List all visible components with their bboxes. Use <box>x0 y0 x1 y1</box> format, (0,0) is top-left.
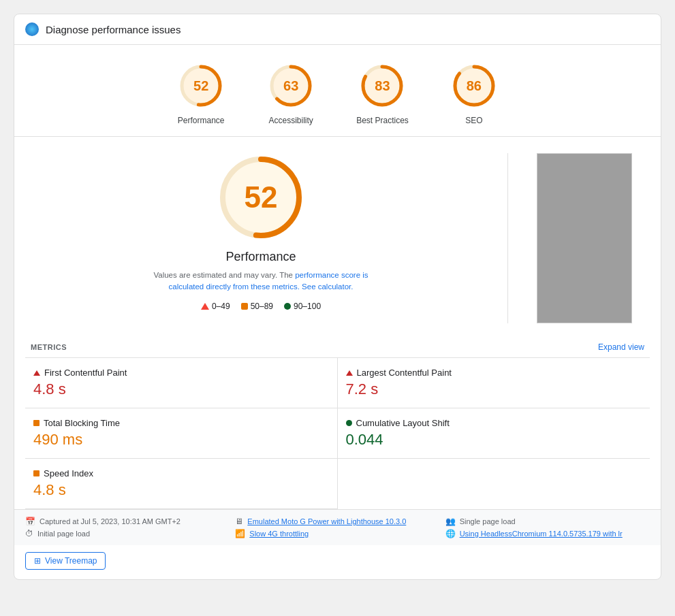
legend: 0–49 50–89 90–100 <box>201 302 321 311</box>
footer-icon-1: 🖥 <box>235 517 243 526</box>
header-title: Diagnose performance issues <box>46 24 180 35</box>
screenshot-preview <box>537 153 632 323</box>
footer-link-4[interactable]: Slow 4G throttling <box>249 530 309 538</box>
metric-top-si: Speed Index <box>33 468 332 479</box>
score-value-accessibility: 63 <box>283 78 298 94</box>
metric-top-cls: Cumulative Layout Shift <box>346 418 645 428</box>
footer-text-2: Single page load <box>460 517 516 525</box>
red-triangle-icon <box>346 370 353 376</box>
view-treemap-button[interactable]: ⊞ View Treemap <box>25 552 106 570</box>
score-label-performance: Performance <box>178 116 225 125</box>
right-panel <box>508 153 644 323</box>
score-item-seo[interactable]: 86 SEO <box>450 61 499 125</box>
green-dot-icon <box>346 420 352 426</box>
metric-name-si: Speed Index <box>44 468 93 479</box>
legend-green-label: 90–100 <box>294 302 321 311</box>
score-circle-seo: 86 <box>450 61 499 110</box>
calculator-link[interactable]: See calculator. <box>302 282 353 291</box>
score-value-performance: 52 <box>193 78 208 94</box>
metric-top-lcp: Largest Contentful Paint <box>346 368 645 378</box>
square-icon <box>241 303 248 310</box>
footer-icon-2: 👥 <box>445 517 456 526</box>
scores-bar: 52 Performance 63 Accessibility 83 Best … <box>14 45 661 137</box>
score-circle-accessibility: 63 <box>266 61 315 110</box>
metric-value-fcp: 4.8 s <box>33 380 332 398</box>
footer-link-1[interactable]: Emulated Moto G Power with Lighthouse 10… <box>247 517 406 525</box>
footer-icon-5: 🌐 <box>445 529 456 538</box>
footer-text-3: Initial page load <box>37 530 90 538</box>
footer-icon-0: 📅 <box>25 517 35 526</box>
performance-title: Performance <box>225 250 296 264</box>
metrics-grid: First Contentful Paint 4.8 s Largest Con… <box>25 357 650 509</box>
metric-name-lcp: Largest Contentful Paint <box>357 368 452 378</box>
metric-item-si: Speed Index 4.8 s <box>25 459 338 509</box>
perf-note: Values are estimated and may vary. The p… <box>138 270 383 293</box>
metric-top-tbt: Total Blocking Time <box>33 418 332 428</box>
score-circle-performance: 52 <box>176 61 225 110</box>
header: Diagnose performance issues <box>14 14 661 45</box>
legend-orange: 50–89 <box>241 302 273 311</box>
footer-info: 📅Captured at Jul 5, 2023, 10:31 AM GMT+2… <box>14 509 661 545</box>
score-value-best-practices: 83 <box>375 78 390 94</box>
metric-name-tbt: Total Blocking Time <box>44 418 120 428</box>
metric-value-cls: 0.044 <box>346 431 645 449</box>
score-label-accessibility: Accessibility <box>268 116 313 125</box>
footer-item-5: 🌐Using HeadlessChromium 114.0.5735.179 w… <box>445 529 650 538</box>
metric-item-cls: Cumulative Layout Shift 0.044 <box>338 408 650 459</box>
circle-icon <box>284 303 291 310</box>
score-item-accessibility[interactable]: 63 Accessibility <box>266 61 315 125</box>
score-item-best-practices[interactable]: 83 Best Practices <box>356 61 409 125</box>
orange-square-icon <box>33 470 40 476</box>
footer-icon-4: 📶 <box>235 529 245 538</box>
metrics-label: METRICS <box>31 343 67 351</box>
big-score-circle: 52 <box>217 153 305 242</box>
legend-red: 0–49 <box>201 302 230 311</box>
footer-item-4: 📶Slow 4G throttling <box>235 529 439 538</box>
score-value-seo: 86 <box>467 78 482 94</box>
score-circle-best-practices: 83 <box>358 61 407 110</box>
metric-item-tbt: Total Blocking Time 490 ms <box>25 408 338 459</box>
orange-square-icon <box>33 420 40 426</box>
left-panel: 52 Performance Values are estimated and … <box>31 153 508 323</box>
footer-item-3: ⏱Initial page load <box>25 529 230 538</box>
expand-view-button[interactable]: Expand view <box>598 342 644 352</box>
metric-value-tbt: 490 ms <box>33 431 332 449</box>
legend-orange-label: 50–89 <box>251 302 273 311</box>
metric-top-fcp: First Contentful Paint <box>33 368 332 378</box>
metric-item-lcp: Largest Contentful Paint 7.2 s <box>338 358 650 408</box>
treemap-icon: ⊞ <box>34 556 41 566</box>
score-label-best-practices: Best Practices <box>356 116 409 125</box>
footer-item-2: 👥Single page load <box>445 517 650 526</box>
metrics-section: METRICS Expand view First Contentful Pai… <box>14 334 661 509</box>
legend-green: 90–100 <box>284 302 321 311</box>
footer-item-1: 🖥Emulated Moto G Power with Lighthouse 1… <box>235 517 439 526</box>
metric-value-si: 4.8 s <box>33 481 332 499</box>
perf-note-text: Values are estimated and may vary. The <box>153 271 295 279</box>
footer-item-0: 📅Captured at Jul 5, 2023, 10:31 AM GMT+2 <box>25 517 230 526</box>
content-area: 52 Performance Values are estimated and … <box>14 137 661 334</box>
score-item-performance[interactable]: 52 Performance <box>176 61 225 125</box>
main-card: Diagnose performance issues 52 Performan… <box>14 14 661 580</box>
treemap-label: View Treemap <box>45 556 97 566</box>
red-triangle-icon <box>33 370 40 376</box>
footer-icon-3: ⏱ <box>25 529 33 538</box>
big-score-value: 52 <box>245 180 278 214</box>
metric-value-lcp: 7.2 s <box>346 380 645 398</box>
header-icon <box>25 22 39 36</box>
metrics-header: METRICS Expand view <box>25 334 650 357</box>
metric-name-fcp: First Contentful Paint <box>44 368 127 378</box>
footer-text-0: Captured at Jul 5, 2023, 10:31 AM GMT+2 <box>40 517 180 525</box>
triangle-icon <box>201 303 209 310</box>
metric-name-cls: Cumulative Layout Shift <box>356 418 450 428</box>
score-label-seo: SEO <box>465 116 482 125</box>
metric-item-fcp: First Contentful Paint 4.8 s <box>25 358 338 408</box>
view-treemap-section: ⊞ View Treemap <box>14 545 661 579</box>
legend-red-label: 0–49 <box>212 302 230 311</box>
footer-link-5[interactable]: Using HeadlessChromium 114.0.5735.179 wi… <box>460 530 623 538</box>
